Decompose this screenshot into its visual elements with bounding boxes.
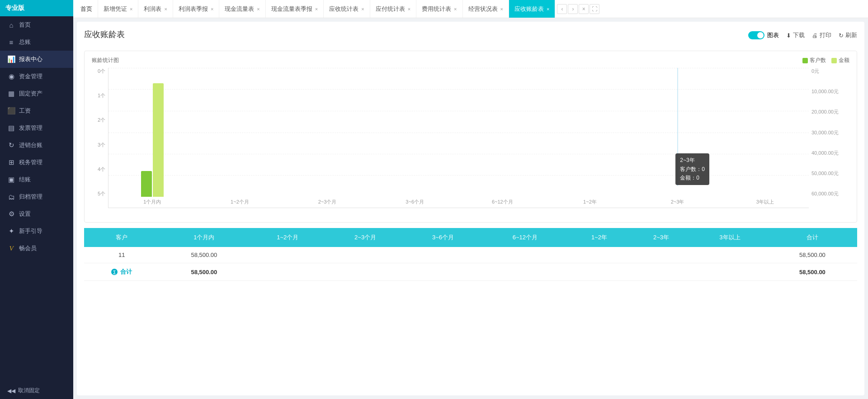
tab-new-voucher[interactable]: 新增凭证 ×	[98, 0, 138, 18]
cell-customer: 11	[84, 247, 159, 263]
close-profit-quarterly[interactable]: ×	[211, 6, 213, 12]
sidebar-item-salary[interactable]: ⬛ 工资	[0, 102, 73, 119]
sidebar-item-ledger[interactable]: ≡ 总账	[0, 33, 73, 51]
close-new-voucher[interactable]: ×	[130, 6, 132, 12]
unpin-icon: ◀◀	[7, 388, 15, 394]
guide-icon: ✦	[7, 227, 15, 235]
sidebar-item-settlement[interactable]: ▣ 结账	[0, 171, 73, 188]
cell-col3	[326, 247, 404, 263]
cell-col8	[692, 247, 768, 263]
table-header-row: 客户 1个月内 1~2个月 2~3个月 3~6个月 6~12个月 1~2年 2~…	[84, 228, 857, 247]
chart-toggle-label: 图表	[767, 31, 779, 39]
sidebar-item-invoice[interactable]: ▤ 发票管理	[0, 119, 73, 137]
print-label: 打印	[820, 31, 831, 39]
sidebar-item-archive[interactable]: 🗂 归档管理	[0, 188, 73, 205]
sidebar-item-guide[interactable]: ✦ 新手引导	[0, 223, 73, 240]
close-aging-report[interactable]: ×	[547, 6, 549, 12]
unpin-button[interactable]: ◀◀ 取消固定	[0, 382, 73, 399]
close-receivable-stat[interactable]: ×	[361, 6, 364, 12]
settings-icon: ⚙	[7, 210, 15, 218]
cell-col7	[630, 247, 692, 263]
content-area: 应收账龄表 图表 ⬇ 下载 🖨 打印 ↻ 刷新	[77, 22, 864, 395]
purchase-sale-icon: ↻	[7, 141, 15, 149]
refresh-icon: ↻	[839, 32, 844, 39]
total-col2	[249, 263, 326, 281]
tax-icon: ⊞	[7, 158, 15, 166]
sidebar-item-purchase-sale-label: 进销台账	[19, 141, 42, 149]
x-label-2: 2~3个月	[283, 197, 371, 208]
total-col8	[692, 263, 768, 281]
sidebar: 专业版 ⌂ 首页 ≡ 总账 📊 报表中心 ◉ 资金管理 ▦ 固定资产 ⬛ 工资 …	[0, 0, 73, 399]
tab-close-all-button[interactable]: ×	[579, 4, 589, 14]
tab-cashflow-quarterly[interactable]: 现金流量表季报 ×	[266, 0, 324, 18]
tab-receivable-stat[interactable]: 应收统计表 ×	[324, 0, 370, 18]
tab-prev-button[interactable]: ‹	[557, 4, 567, 14]
total-col6	[568, 263, 630, 281]
salary-icon: ⬛	[7, 107, 15, 115]
cell-total: 58,500.00	[768, 247, 857, 263]
y-axis-left: 5个 4个 3个 2个 1个 0个	[92, 68, 108, 208]
tab-next-button[interactable]: ›	[568, 4, 578, 14]
sidebar-item-reports[interactable]: 📊 报表中心	[0, 51, 73, 68]
toggle-track[interactable]	[748, 31, 764, 39]
refresh-button[interactable]: ↻ 刷新	[839, 31, 857, 39]
tab-business-status[interactable]: 经营状况表 ×	[463, 0, 509, 18]
member-icon: V	[7, 245, 15, 252]
total-grand: 58,500.00	[768, 263, 857, 281]
sidebar-item-settings[interactable]: ⚙ 设置	[0, 205, 73, 223]
sidebar-item-purchase-sale[interactable]: ↻ 进销台账	[0, 137, 73, 154]
col-header-2-3year: 2~3年	[630, 228, 692, 247]
fixed-assets-icon: ▦	[7, 90, 15, 98]
close-payable-stat[interactable]: ×	[408, 6, 410, 12]
sidebar-item-funds[interactable]: ◉ 资金管理	[0, 68, 73, 85]
tab-expense-stat[interactable]: 费用统计表 ×	[416, 0, 462, 18]
col-header-total: 合计	[768, 228, 857, 247]
sidebar-item-ledger-label: 总账	[19, 38, 31, 46]
print-button[interactable]: 🖨 打印	[812, 31, 831, 39]
sidebar-item-member[interactable]: V 畅会员	[0, 240, 73, 257]
table-row: 11 58,500.00 58,500.00	[84, 247, 857, 263]
col-header-1-2year: 1~2年	[568, 228, 630, 247]
chart-inner: 5个 4个 3个 2个 1个 0个	[92, 68, 849, 208]
table-total-row: ∑ 合计 58,500.00 58,500.00	[84, 263, 857, 281]
sidebar-item-home[interactable]: ⌂ 首页	[0, 16, 73, 33]
download-icon: ⬇	[786, 32, 791, 39]
x-label-3: 3~6个月	[371, 197, 459, 208]
tab-nav-buttons: ‹ › × ⛶	[557, 4, 599, 14]
tab-payable-stat[interactable]: 应付统计表 ×	[370, 0, 416, 18]
close-cashflow-quarterly[interactable]: ×	[315, 6, 318, 12]
chart-legend: 客户数 金额	[802, 57, 849, 64]
legend-amount: 金额	[831, 57, 849, 64]
chart-body: 1个月内 1~2个月 2~3个月 3~6个月 6~12个月 1~2年 2~3年 …	[108, 68, 809, 208]
page-title: 应收账龄表	[84, 29, 125, 40]
total-col1: 58,500.00	[159, 263, 249, 281]
chart-title: 账龄统计图	[92, 57, 849, 64]
tab-fullscreen-button[interactable]: ⛶	[590, 4, 599, 14]
tab-cashflow[interactable]: 现金流量表 ×	[219, 0, 265, 18]
close-business-status[interactable]: ×	[500, 6, 503, 12]
close-expense-stat[interactable]: ×	[454, 6, 457, 12]
tab-home[interactable]: 首页	[75, 0, 98, 18]
invoice-icon: ▤	[7, 124, 15, 132]
col-header-1-2month: 1~2个月	[249, 228, 326, 247]
tab-profit[interactable]: 利润表 ×	[138, 0, 173, 18]
cell-col5	[482, 247, 568, 263]
download-button[interactable]: ⬇ 下载	[786, 31, 805, 39]
sidebar-item-fixed-assets[interactable]: ▦ 固定资产	[0, 85, 73, 102]
total-col4	[404, 263, 482, 281]
col-header-6-12month: 6~12个月	[482, 228, 568, 247]
chart-toggle[interactable]: 图表	[748, 31, 779, 39]
main-area: 首页 新增凭证 × 利润表 × 利润表季报 × 现金流量表 × 现金流量表季报 …	[73, 0, 868, 399]
ledger-icon: ≡	[7, 38, 15, 46]
close-profit[interactable]: ×	[164, 6, 167, 12]
sidebar-item-tax[interactable]: ⊞ 税务管理	[0, 154, 73, 171]
sidebar-item-guide-label: 新手引导	[19, 227, 42, 235]
total-text: 合计	[120, 268, 132, 276]
home-icon: ⌂	[7, 21, 15, 29]
bar-light-0	[153, 83, 164, 197]
close-cashflow[interactable]: ×	[257, 6, 259, 12]
tab-profit-quarterly[interactable]: 利润表季报 ×	[173, 0, 219, 18]
total-col3	[326, 263, 404, 281]
bar-group-3	[371, 68, 459, 197]
tab-aging-report[interactable]: 应收账龄表 ×	[509, 0, 555, 18]
